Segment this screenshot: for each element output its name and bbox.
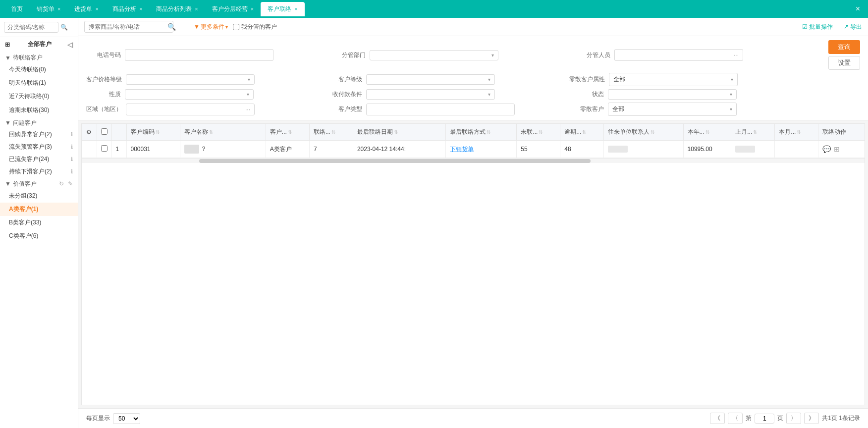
more-icon-manager: ··· — [734, 52, 739, 58]
cell-checkbox[interactable] — [97, 141, 111, 158]
sidebar-search-input[interactable] — [4, 22, 58, 33]
filter-item-status: 状态 ▾ — [569, 89, 811, 100]
next-page-btn[interactable]: 〉 — [786, 413, 801, 424]
sidebar-item-churned[interactable]: 已流失客户(24) ℹ — [0, 153, 78, 165]
sidebar-item-tomorrow-contact[interactable]: 明天待联络(1) — [0, 76, 78, 90]
last-page-btn[interactable]: 》 — [804, 413, 819, 424]
col-type[interactable]: 客户... ⇅ — [266, 124, 309, 141]
col-code[interactable]: 客户编码 ⇅ — [126, 124, 180, 141]
close-all-tabs[interactable]: × — [852, 2, 864, 15]
main-search-icon[interactable]: 🔍 — [167, 23, 176, 31]
filter-select-cust-level[interactable]: ▾ — [366, 74, 495, 85]
filter-item-cust-level: 客户等级 ▾ — [327, 74, 569, 85]
sidebar-item-declining[interactable]: 持续下滑客户(2) ℹ — [0, 165, 78, 178]
col-last-month[interactable]: 上月... ⇅ — [731, 124, 775, 141]
refresh-icon[interactable]: ↻ — [59, 180, 64, 187]
tab-product-analysis-list[interactable]: 商品分析列表 × — [149, 2, 205, 16]
filter-select-status[interactable]: ▾ — [608, 89, 737, 100]
sort-unit-contact: ⇅ — [651, 129, 654, 135]
page-input[interactable] — [755, 414, 774, 424]
close-tab-product-analysis-list[interactable]: × — [195, 6, 198, 12]
filter-select-nature[interactable]: ▾ — [125, 89, 254, 100]
select-all-checkbox[interactable] — [101, 128, 108, 135]
sidebar-item-repurchase-abnormal[interactable]: 回购异常客户(2) ℹ — [0, 128, 78, 141]
edit-icon[interactable]: ✎ — [68, 180, 73, 187]
close-tab-customer-contact[interactable]: × — [294, 6, 297, 12]
sidebar-item-class-b[interactable]: B类客户(33) — [0, 216, 78, 229]
filter-select-manager[interactable]: ··· — [614, 49, 743, 61]
cell-contact: 7 — [309, 141, 353, 158]
col-checkbox[interactable] — [97, 124, 111, 141]
last-method-link[interactable]: 下销货单 — [450, 146, 474, 153]
col-contact[interactable]: 联络... ⇅ — [309, 124, 353, 141]
col-last-method[interactable]: 最后联络方式 ⇅ — [446, 124, 517, 141]
filter-select-retail[interactable]: 全部 ▾ — [608, 103, 737, 116]
cell-last-month — [731, 141, 775, 158]
setting-button[interactable]: 设置 — [828, 56, 860, 70]
col-last-date[interactable]: 最后联络日期 ⇅ — [353, 124, 446, 141]
sort-code: ⇅ — [156, 129, 160, 135]
cell-this-month — [775, 141, 818, 158]
tab-purchase-order[interactable]: 进货单 × — [67, 2, 105, 16]
col-gear[interactable]: ⚙ — [82, 124, 97, 141]
sort-type: ⇅ — [288, 129, 292, 135]
main-search-input[interactable] — [84, 21, 173, 33]
batch-ops-btn[interactable]: ☑ 批量操作 — [802, 23, 833, 31]
top-navigation: 首页 销货单 × 进货单 × 商品分析 × 商品分析列表 × 客户分层经营 × … — [0, 0, 868, 18]
filter-input-phone[interactable] — [125, 49, 273, 61]
sidebar-collapse-icon[interactable]: ◁ — [67, 41, 73, 49]
col-this-month[interactable]: 本月... ⇅ — [775, 124, 818, 141]
filter-select-price-level[interactable]: ▾ — [126, 74, 255, 85]
my-customers-checkbox[interactable]: 我分管的客户 — [233, 23, 277, 31]
col-this-year[interactable]: 本年... ⇅ — [683, 124, 731, 141]
tab-sales-order[interactable]: 销货单 × — [30, 2, 67, 16]
my-customers-check[interactable] — [233, 24, 239, 30]
sidebar-item-class-a[interactable]: A类客户(1) — [0, 203, 78, 216]
info-icon-churned: ℹ — [71, 156, 73, 162]
close-tab-sales-order[interactable]: × — [57, 6, 60, 12]
filter-input-cust-type[interactable] — [366, 104, 515, 115]
row-checkbox[interactable] — [101, 145, 108, 152]
all-customers-header[interactable]: ⊞ 全部客户 ◁ — [0, 37, 78, 52]
filter-select-dept[interactable]: ▾ — [370, 50, 498, 60]
close-tab-customer-tier[interactable]: × — [251, 6, 254, 12]
group-problem-customers[interactable]: ▼ 问题客户 — [0, 117, 78, 128]
filter-select-region[interactable]: ··· — [126, 104, 255, 115]
horizontal-scrollbar[interactable] — [82, 158, 865, 163]
tab-customer-contact[interactable]: 客户联络 × — [261, 2, 304, 16]
sidebar-item-today-contact[interactable]: 今天待联络(0) — [0, 63, 78, 76]
prev-page-btn[interactable]: 〈 — [728, 413, 743, 424]
sidebar-item-7day-contact[interactable]: 近7天待联络(0) — [0, 90, 78, 103]
close-tab-purchase-order[interactable]: × — [95, 6, 98, 12]
scrollbar-thumb[interactable] — [199, 159, 591, 163]
group-value-customers[interactable]: ▼ 价值客户 ↻ ✎ — [0, 178, 78, 189]
col-name[interactable]: 客户名称 ⇅ — [180, 124, 266, 141]
query-button[interactable]: 查询 — [828, 40, 860, 54]
sidebar-item-churn-warning[interactable]: 流失预警客户(3) ℹ — [0, 141, 78, 153]
settings-icon[interactable]: ⚙ — [86, 129, 92, 136]
filter-label-price-level: 客户价格等级 — [86, 75, 122, 84]
sidebar-item-class-c[interactable]: C类客户(6) — [0, 229, 78, 243]
group-pending-contact[interactable]: ▼ 待联络客户 — [0, 52, 78, 63]
col-overdue[interactable]: 逾期... ⇅ — [560, 124, 604, 141]
filter-select-retail-attr[interactable]: 全部 ▾ — [609, 73, 738, 86]
col-unit-contact[interactable]: 往来单位联系人 ⇅ — [604, 124, 683, 141]
more-conditions-btn[interactable]: ▼ 更多条件 ▾ — [194, 23, 228, 31]
action-icon-link[interactable]: ⊞ — [834, 145, 840, 153]
chevron-retail-attr: ▾ — [731, 77, 733, 82]
filter-row-1: 电话号码 分管部门 ▾ 分管人员 ··· — [86, 40, 860, 70]
action-icon-message[interactable]: 💬 — [822, 145, 831, 153]
sidebar-item-ungrouped[interactable]: 未分组(32) — [0, 189, 78, 203]
export-btn[interactable]: ↗ 导出 — [844, 23, 862, 31]
page-size-select[interactable]: 50 100 200 — [113, 413, 140, 424]
tab-product-analysis[interactable]: 商品分析 × — [106, 2, 149, 16]
sidebar-search-icon[interactable]: 🔍 — [60, 24, 68, 31]
col-no-contact[interactable]: 未联... ⇅ — [517, 124, 560, 141]
tab-home[interactable]: 首页 — [4, 2, 30, 16]
filter-select-payment[interactable]: ▾ — [366, 89, 495, 100]
sidebar-item-overdue-contact[interactable]: 逾期未联络(30) — [0, 104, 78, 117]
tab-customer-tier[interactable]: 客户分层经营 × — [205, 2, 261, 16]
name-placeholder — [184, 145, 199, 154]
close-tab-product-analysis[interactable]: × — [139, 6, 142, 12]
first-page-btn[interactable]: 《 — [710, 413, 725, 424]
